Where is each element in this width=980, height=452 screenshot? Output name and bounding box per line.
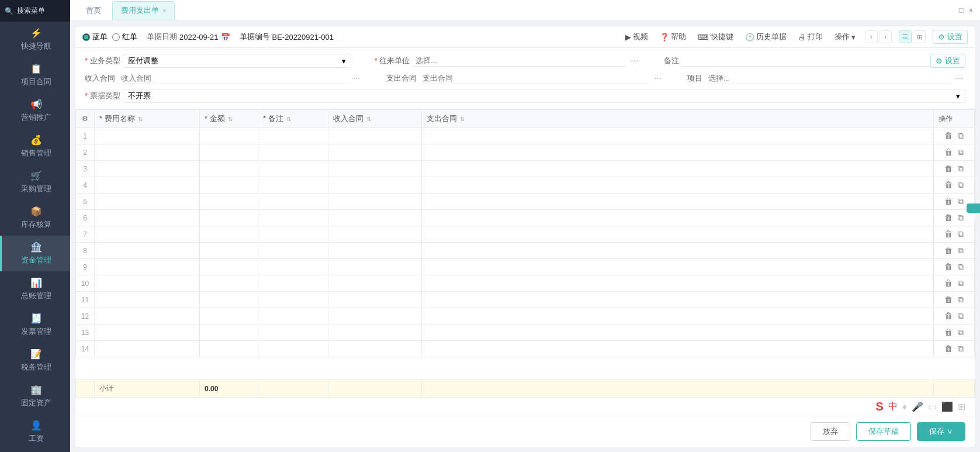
row-amount-7[interactable] (200, 226, 258, 243)
col-gear[interactable]: ⚙ (76, 110, 95, 128)
row-copy-5[interactable]: ⧉ (956, 196, 965, 207)
row-amount-6[interactable] (200, 210, 258, 226)
row-note-9[interactable] (258, 259, 328, 275)
col-amount[interactable]: * 金额 ⇅ (200, 110, 258, 128)
row-delete-13[interactable]: 🗑 (943, 327, 954, 337)
calendar-icon[interactable]: 📅 (221, 33, 230, 42)
row-amount-9[interactable] (200, 259, 258, 275)
sidebar-item-invoice[interactable]: 🧾 发票管理 (0, 307, 70, 343)
print-btn[interactable]: 🖨 打印 (796, 30, 825, 43)
row-expense-3[interactable] (422, 161, 934, 177)
col-income[interactable]: 收入合同 ⇅ (328, 110, 422, 128)
video-btn[interactable]: ▶ 视频 (623, 30, 650, 43)
row-note-4[interactable] (258, 177, 328, 194)
expense-contract-input[interactable] (419, 73, 649, 84)
row-copy-7[interactable]: ⧉ (956, 229, 965, 240)
row-note-6[interactable] (258, 210, 328, 226)
partner-input[interactable] (412, 55, 626, 67)
row-name-7[interactable] (95, 226, 200, 243)
row-amount-2[interactable] (200, 144, 258, 161)
row-delete-9[interactable]: 🗑 (943, 261, 954, 272)
row-income-6[interactable] (328, 210, 422, 226)
set-button[interactable]: ⚙ 设置 (933, 30, 968, 44)
sidebar-item-capital[interactable]: 🏦 资金管理 (0, 236, 70, 271)
row-income-10[interactable] (328, 275, 422, 292)
row-name-2[interactable] (95, 144, 200, 161)
row-copy-6[interactable]: ⧉ (956, 212, 965, 223)
sidebar-search[interactable]: 🔍 搜索菜单 (0, 0, 70, 22)
row-copy-4[interactable]: ⧉ (956, 180, 965, 191)
row-expense-11[interactable] (422, 292, 934, 308)
row-note-12[interactable] (258, 308, 328, 325)
row-expense-6[interactable] (422, 210, 934, 226)
table-view-btn[interactable]: ☰ (899, 30, 912, 43)
tab-close-expense[interactable]: × (162, 7, 166, 14)
row-amount-3[interactable] (200, 161, 258, 177)
row-delete-1[interactable]: 🗑 (943, 130, 954, 141)
row-note-2[interactable] (258, 144, 328, 161)
remark-input[interactable] (681, 55, 930, 67)
invoice-type-select[interactable]: 不开票 ▾ (123, 89, 965, 103)
blue-single-radio[interactable]: 蓝单 (82, 32, 108, 42)
row-note-14[interactable] (258, 341, 328, 357)
row-note-8[interactable] (258, 243, 328, 259)
sidebar-item-project-contract[interactable]: 📋 项目合同 (0, 57, 70, 93)
row-amount-4[interactable] (200, 177, 258, 194)
row-expense-8[interactable] (422, 243, 934, 259)
row-amount-10[interactable] (200, 275, 258, 292)
row-amount-8[interactable] (200, 243, 258, 259)
row-delete-14[interactable]: 🗑 (943, 343, 954, 354)
save-button[interactable]: 保存 ∨ (917, 422, 965, 441)
row-expense-2[interactable] (422, 144, 934, 161)
row-name-6[interactable] (95, 210, 200, 226)
attachment-tab[interactable]: 附件 (967, 203, 980, 213)
col-note[interactable]: * 备注 ⇅ (258, 110, 328, 128)
close-icon[interactable]: × (968, 6, 973, 15)
history-btn[interactable]: 🕐 历史单据 (743, 30, 789, 43)
row-amount-13[interactable] (200, 325, 258, 341)
row-name-12[interactable] (95, 308, 200, 325)
expense-contract-dots[interactable]: ··· (652, 73, 664, 84)
actions-btn[interactable]: 操作 ▾ (832, 30, 858, 43)
row-copy-1[interactable]: ⧉ (956, 130, 965, 142)
row-income-2[interactable] (328, 144, 422, 161)
col-expense[interactable]: 支出合同 ⇅ (422, 110, 934, 128)
row-expense-10[interactable] (422, 275, 934, 292)
partner-dots[interactable]: ··· (628, 56, 640, 66)
row-name-4[interactable] (95, 177, 200, 194)
next-btn[interactable]: › (879, 30, 892, 43)
row-income-9[interactable] (328, 259, 422, 275)
row-expense-5[interactable] (422, 194, 934, 210)
row-copy-13[interactable]: ⧉ (956, 327, 965, 338)
row-income-12[interactable] (328, 308, 422, 325)
tab-home[interactable]: 首页 (77, 1, 110, 19)
row-copy-10[interactable]: ⧉ (956, 278, 965, 289)
minimize-icon[interactable]: □ (960, 6, 964, 15)
col-name[interactable]: * 费用名称 ⇅ (95, 110, 200, 128)
shortcut-btn[interactable]: ⌨ 快捷键 (695, 30, 736, 43)
row-income-4[interactable] (328, 177, 422, 194)
row-delete-12[interactable]: 🗑 (943, 310, 954, 321)
sidebar-item-sales[interactable]: 💰 销售管理 (0, 129, 70, 164)
row-name-14[interactable] (95, 341, 200, 357)
sidebar-item-quick-nav[interactable]: ⚡ 快捷导航 (0, 22, 70, 57)
row-delete-3[interactable]: 🗑 (943, 163, 954, 174)
row-name-11[interactable] (95, 292, 200, 308)
row-expense-1[interactable] (422, 128, 934, 144)
tab-expense[interactable]: 费用支出单 × (112, 1, 175, 20)
row-delete-5[interactable]: 🗑 (943, 196, 954, 206)
row-delete-2[interactable]: 🗑 (943, 147, 954, 157)
row-name-10[interactable] (95, 275, 200, 292)
sidebar-item-accounting[interactable]: 📊 总账管理 (0, 271, 70, 307)
row-delete-6[interactable]: 🗑 (943, 212, 954, 223)
row-income-11[interactable] (328, 292, 422, 308)
row-note-13[interactable] (258, 325, 328, 341)
income-contract-dots[interactable]: ··· (350, 73, 362, 84)
row-amount-5[interactable] (200, 194, 258, 210)
project-dots[interactable]: ··· (953, 73, 965, 84)
sidebar-item-fixed-assets[interactable]: 🏢 固定资产 (0, 378, 70, 414)
sidebar-item-inventory[interactable]: 📦 库存核算 (0, 200, 70, 236)
form-set-button[interactable]: ⚙ 设置 (930, 54, 965, 68)
row-delete-11[interactable]: 🗑 (943, 294, 954, 305)
row-income-14[interactable] (328, 341, 422, 357)
